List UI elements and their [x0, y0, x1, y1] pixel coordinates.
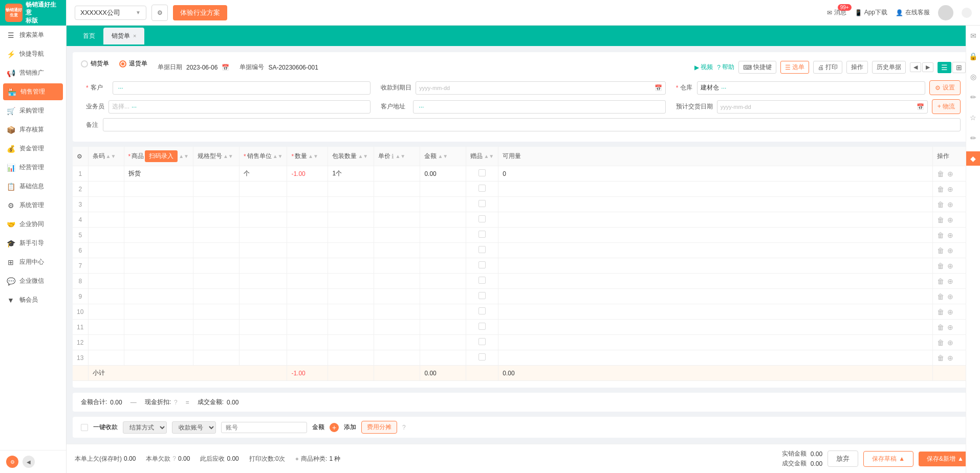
note-input[interactable] — [103, 118, 961, 131]
warehouse-input[interactable]: 建材仓 ··· — [697, 81, 925, 95]
row-amount-1[interactable]: 0.00 — [420, 166, 466, 182]
list-view-btn[interactable]: ☰ — [938, 62, 951, 73]
gift-cb-11[interactable] — [478, 323, 486, 330]
copy-8[interactable]: ⊕ — [947, 277, 953, 285]
del-13[interactable]: 🗑 — [937, 354, 944, 362]
avatar[interactable] — [938, 5, 953, 20]
date-calendar-icon[interactable]: 📅 — [222, 64, 229, 71]
right-panel-icon-3[interactable]: ◎ — [966, 70, 981, 84]
right-panel-icon-6[interactable]: ✏ — [966, 131, 981, 145]
copy-5[interactable]: ⊕ — [947, 231, 953, 239]
radio-return[interactable]: 退货单 — [119, 59, 147, 68]
delete-row-icon-1[interactable]: 🗑 — [937, 170, 944, 178]
del-5[interactable]: 🗑 — [937, 231, 944, 239]
prev-arrow[interactable]: ◀ — [910, 62, 921, 72]
message-button[interactable]: ✉ 消息 99+ — [827, 8, 846, 17]
scan-button[interactable]: 扫码录入 — [145, 150, 178, 162]
company-selector[interactable]: XXXXXX公司 ▼ — [75, 6, 146, 20]
gift-cb-10[interactable] — [478, 307, 486, 314]
account-select[interactable]: 收款账号 — [172, 421, 216, 434]
settings-button[interactable]: ⚙ 设置 — [929, 80, 961, 95]
expense-help-icon[interactable]: ? — [402, 424, 406, 431]
del-4[interactable]: 🗑 — [937, 216, 944, 224]
sidebar-item-shortcut[interactable]: ⚡ 快捷导航 — [0, 44, 66, 63]
sidebar-item-management[interactable]: 📊 经营管理 — [0, 158, 66, 177]
copy-3[interactable]: ⊕ — [947, 200, 953, 209]
right-panel-icon-4[interactable]: ✏ — [966, 90, 981, 104]
one-click-checkbox[interactable] — [81, 424, 88, 431]
product-type-radio-icon[interactable]: ● — [295, 455, 299, 462]
gift-cb-12[interactable] — [478, 338, 486, 345]
discard-button[interactable]: 放弃 — [827, 451, 858, 467]
salesman-dots[interactable]: ··· — [132, 103, 137, 110]
sidebar-item-inventory[interactable]: 📦 库存核算 — [0, 120, 66, 139]
del-3[interactable]: 🗑 — [937, 200, 944, 209]
sidebar-item-collab[interactable]: 🤝 企业协同 — [0, 215, 66, 234]
tab-home[interactable]: 首页 — [75, 28, 103, 44]
grid-view-btn[interactable]: ⊞ — [952, 62, 966, 73]
sidebar-item-sales[interactable]: 🏪 销售管理 — [3, 83, 63, 100]
help-link[interactable]: ? 帮助 — [717, 63, 734, 72]
sidebar-item-guide[interactable]: 🎓 新手引导 — [0, 234, 66, 253]
del-9[interactable]: 🗑 — [937, 292, 944, 301]
right-panel-icon-1[interactable]: ✉ — [966, 29, 981, 43]
collapse-icon[interactable]: ◀ — [23, 456, 35, 468]
row-gift-1[interactable] — [466, 166, 498, 182]
sidebar-item-member[interactable]: ▼ 畅会员 — [0, 290, 66, 309]
delivery-date-input[interactable]: yyyy-mm-dd 📅 — [717, 100, 928, 114]
gift-cb-3[interactable] — [478, 200, 486, 207]
arrears-help-icon[interactable]: ? — [172, 455, 176, 462]
save-draft-button[interactable]: 保存草稿 ▲ — [863, 451, 913, 467]
gift-cb-9[interactable] — [478, 292, 486, 299]
sidebar-item-apps[interactable]: ⊞ 应用中心 — [0, 253, 66, 272]
gift-cb-6[interactable] — [478, 246, 486, 253]
topbar-gear-button[interactable]: ⚙ — [151, 5, 168, 21]
tab-close-icon[interactable]: × — [133, 33, 136, 39]
gift-cb-2[interactable] — [478, 185, 486, 192]
gift-checkbox-1[interactable] — [478, 169, 486, 176]
method-select[interactable]: 结算方式 — [123, 421, 167, 434]
payment-due-calendar[interactable]: 📅 — [655, 84, 662, 92]
del-10[interactable]: 🗑 — [937, 308, 944, 316]
copy-2[interactable]: ⊕ — [947, 185, 953, 193]
customer-input[interactable]: ··· — [113, 81, 371, 95]
row-price-1[interactable] — [374, 166, 420, 182]
copy-6[interactable]: ⊕ — [947, 246, 953, 255]
video-link[interactable]: ▶ 视频 — [694, 63, 713, 72]
copy-7[interactable]: ⊕ — [947, 262, 953, 270]
radio-sales[interactable]: 销货单 — [81, 59, 109, 68]
customer-dots[interactable]: ··· — [118, 84, 123, 92]
add-payment-button[interactable]: + — [330, 423, 339, 432]
gift-cb-5[interactable] — [478, 231, 486, 238]
warehouse-dots[interactable]: ··· — [721, 84, 726, 92]
gift-cb-8[interactable] — [478, 277, 486, 284]
del-12[interactable]: 🗑 — [937, 339, 944, 347]
online-service-button[interactable]: 👤 在线客服 — [896, 8, 930, 17]
copy-row-icon-1[interactable]: ⊕ — [947, 170, 953, 178]
customer-address-dots[interactable]: ··· — [419, 103, 424, 110]
trial-button[interactable]: 体验行业方案 — [173, 5, 227, 20]
right-panel-icon-2[interactable]: 🔒 — [966, 49, 981, 63]
row-pack-qty-1[interactable]: 1个 — [328, 166, 374, 182]
shortcut-btn[interactable]: ⌨ 快捷键 — [738, 61, 776, 74]
salesman-input[interactable]: 选择... ··· — [108, 100, 371, 114]
filter-btn[interactable]: ☰ 选单 — [780, 61, 809, 74]
sidebar-item-marketing[interactable]: 📢 营销推广 — [0, 63, 66, 82]
delivery-calendar[interactable]: 📅 — [917, 103, 924, 110]
right-panel-icon-5[interactable]: ☆ — [966, 110, 981, 125]
expense-button[interactable]: 费用分摊 — [361, 421, 397, 434]
sidebar-item-purchase[interactable]: 🛒 采购管理 — [0, 101, 66, 120]
history-btn[interactable]: 历史单据 — [872, 61, 906, 74]
app-download-button[interactable]: 📱 App下载 — [855, 8, 887, 17]
sidebar-item-system[interactable]: ⚙ 系统管理 — [0, 196, 66, 215]
print-btn[interactable]: 🖨 打印 — [813, 61, 842, 74]
gift-cb-7[interactable] — [478, 261, 486, 268]
row-unit-1[interactable]: 个 — [239, 166, 287, 182]
gift-cb-13[interactable] — [478, 353, 486, 361]
tab-sales-order[interactable]: 销货单 × — [103, 28, 144, 44]
row-product-1[interactable]: 拆货 — [124, 166, 193, 182]
help-discount-icon[interactable]: ? — [174, 399, 178, 406]
sidebar-item-finance[interactable]: 💰 资金管理 — [0, 139, 66, 158]
copy-9[interactable]: ⊕ — [947, 292, 953, 301]
right-panel-icon-7[interactable]: ◆ — [966, 151, 981, 166]
